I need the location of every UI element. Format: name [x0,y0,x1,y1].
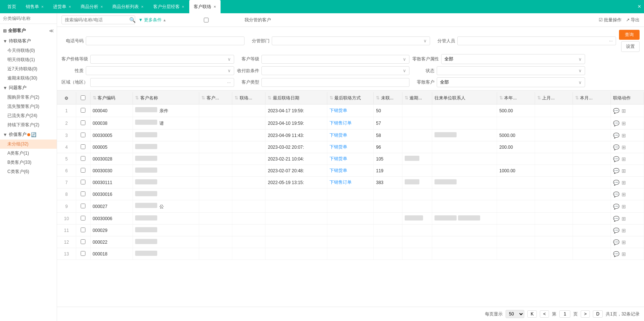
row-check[interactable] [81,144,85,149]
grid-action-icon[interactable]: ⊞ [622,239,626,245]
message-icon[interactable]: 💬 [613,216,619,222]
message-icon[interactable]: 💬 [613,239,619,245]
grid-action-icon[interactable]: ⊞ [622,227,626,233]
row-checkbox[interactable] [76,105,90,117]
last-page-button[interactable]: D [593,310,603,318]
my-customers-checkbox[interactable]: 我分管的客户 [169,17,271,23]
message-icon[interactable]: 💬 [613,108,619,114]
row-check[interactable] [81,108,85,113]
close-all-button[interactable]: × [638,3,641,10]
row-check[interactable] [81,168,85,173]
sidebar-all-customers[interactable]: ⊞ 全部客户 ≪ [0,25,57,36]
dept-select[interactable]: ∨ [272,36,430,45]
grid-action-icon[interactable]: ⊞ [622,156,626,162]
message-icon[interactable]: 💬 [613,120,619,126]
row-checkbox[interactable] [76,177,90,188]
sidebar-item-7days[interactable]: 近7天待联络(0) [0,64,57,74]
close-icon[interactable]: × [101,4,103,9]
row-check[interactable] [81,239,85,244]
customer-level-select[interactable]: ∨ [261,55,410,64]
message-icon[interactable]: 💬 [613,251,619,257]
tab-sales[interactable]: 销售单 × [21,0,48,13]
sidebar-item-churn-warn[interactable]: 流失预警客户(3) [0,102,57,111]
search-input[interactable] [61,15,135,24]
message-icon[interactable]: 💬 [613,227,619,233]
last-way-link[interactable]: 下销货单 [330,156,347,161]
message-icon[interactable]: 💬 [613,168,619,174]
message-icon[interactable]: 💬 [613,156,619,162]
close-icon[interactable]: × [141,4,143,9]
retail-attr-select[interactable]: 全部 ∨ [441,54,585,64]
grid-action-icon[interactable]: ⊞ [622,191,626,197]
grid-action-icon[interactable]: ⊞ [622,120,626,126]
last-way-link[interactable]: 下销货单 [330,168,347,173]
row-check[interactable] [81,216,85,221]
row-check[interactable] [81,180,85,184]
row-check[interactable] [81,251,85,256]
last-way-link[interactable]: 下销售订单 [330,180,352,185]
page-input[interactable] [559,310,570,318]
last-way-link[interactable]: 下销货单 [330,133,347,138]
tab-goods-analysis[interactable]: 商品分析 × [76,0,107,13]
export-button[interactable]: ↗ 导出 [626,17,640,23]
sidebar-section-problem[interactable]: ▼ 问题客户 [0,83,57,93]
close-icon[interactable]: × [214,4,216,9]
tab-purchase[interactable]: 进货单 × [49,0,75,13]
person-select[interactable]: ··· [457,36,616,45]
message-icon[interactable]: 💬 [613,191,619,197]
row-check[interactable] [81,156,85,161]
payment-select[interactable]: ∨ [261,66,410,75]
settings-gear-icon[interactable]: ⚙ [64,96,68,101]
grid-action-icon[interactable]: ⊞ [622,216,626,222]
last-way-link[interactable]: 下销货单 [330,108,347,113]
grid-action-icon[interactable]: ⊞ [622,204,626,209]
tab-customer-contact[interactable]: 客户联络 × [189,0,220,13]
tab-goods-analysis-list[interactable]: 商品分析列表 × [108,0,148,13]
row-checkbox[interactable] [76,213,90,225]
phone-input[interactable] [86,36,244,45]
grid-action-icon[interactable]: ⊞ [622,144,626,150]
first-page-button[interactable]: K [527,310,537,318]
search-icon[interactable]: 🔍 [129,17,136,23]
sidebar-item-overdue[interactable]: 逾期未联络(30) [0,74,57,83]
last-way-link[interactable]: 下销货单 [330,144,347,149]
price-level-select[interactable]: ∨ [90,55,234,64]
row-check[interactable] [81,227,85,232]
last-way-link[interactable]: 下销售订单 [330,120,352,126]
row-checkbox[interactable] [76,130,90,141]
sidebar-item-class-b[interactable]: B类客户(33) [0,158,57,167]
grid-action-icon[interactable]: ⊞ [622,251,626,257]
customer-type-input[interactable] [261,78,410,87]
tab-customer-tier[interactable]: 客户分层经客 × [149,0,189,13]
row-check[interactable] [81,133,85,137]
my-customers-check[interactable] [169,18,243,22]
sidebar-search-input[interactable] [3,16,57,21]
sidebar-item-today[interactable]: 今天待联络(0) [0,46,57,55]
status-select[interactable]: ∨ [437,66,585,75]
close-icon[interactable]: × [68,4,71,9]
sidebar-item-class-c[interactable]: C类客户(6) [0,167,57,176]
col-checkbox[interactable] [76,92,90,105]
sidebar-item-abnormal[interactable]: 囤购异常客户(2) [0,93,57,102]
sidebar-item-class-a[interactable]: A类客户(1) [0,149,57,158]
per-page-select[interactable]: 50 20 100 [506,310,524,318]
col-settings[interactable]: ⚙ [57,92,76,105]
retail-customer-select[interactable]: 全部 ∨ [437,77,585,87]
prev-page-button[interactable]: < [540,310,549,318]
row-checkbox[interactable] [76,248,90,260]
more-conditions-button[interactable]: ▼ 更多条件 ▲ [138,17,166,23]
row-checkbox[interactable] [76,117,90,130]
row-checkbox[interactable] [76,165,90,177]
reset-button[interactable]: 设置 [621,41,640,52]
close-icon[interactable]: × [182,4,184,9]
message-icon[interactable]: 💬 [613,144,619,150]
region-select[interactable]: ··· [90,78,234,87]
row-checkbox[interactable] [76,141,90,153]
search-button[interactable]: 查询 [619,30,640,40]
row-checkbox[interactable] [76,153,90,165]
sidebar-item-tomorrow[interactable]: 明天待联络(1) [0,55,57,64]
sidebar-item-declining[interactable]: 持续下滑客户(2) [0,120,57,130]
row-checkbox[interactable] [76,236,90,248]
row-checkbox[interactable] [76,188,90,200]
row-check[interactable] [81,204,85,208]
